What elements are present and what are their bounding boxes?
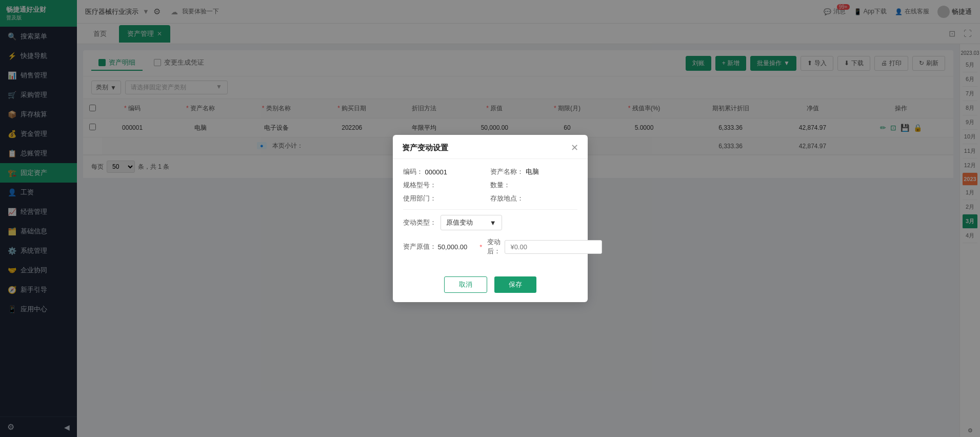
after-change-label: 变动后： — [487, 237, 501, 256]
modal-dept-row: 使用部门： — [403, 194, 490, 203]
modal-info-grid: 编码： 000001 资产名称： 电脑 规格型号： 数量： 使用部门： — [403, 167, 577, 203]
modal-title: 资产变动设置 — [402, 143, 448, 153]
change-type-dropdown-icon: ▼ — [490, 219, 496, 227]
change-type-select[interactable]: 原值变动 ▼ — [441, 215, 502, 230]
modal-name-row: 资产名称： 电脑 — [490, 167, 577, 176]
modal-cancel-btn[interactable]: 取消 — [444, 276, 487, 293]
required-mark: * — [479, 243, 482, 251]
modal-save-btn[interactable]: 保存 — [494, 276, 536, 293]
modal-quantity-row: 数量： — [490, 181, 577, 190]
modal-spec-row: 规格型号： — [403, 181, 490, 190]
original-label: 资产原值： — [403, 242, 434, 251]
after-change-input[interactable] — [505, 240, 602, 254]
modal-change-type-field: 变动类型： 原值变动 ▼ — [403, 215, 577, 230]
modal-original-field: 资产原值： 50,000.00 * 变动后： — [403, 237, 577, 256]
modal-location-row: 存放地点： — [490, 194, 577, 203]
modal-divider — [403, 209, 577, 210]
modal-footer: 取消 保存 — [393, 271, 588, 302]
original-value: 50,000.00 — [438, 243, 468, 251]
modal-code-row: 编码： 000001 — [403, 167, 490, 176]
modal-header: 资产变动设置 ✕ — [393, 135, 588, 159]
asset-change-modal: 资产变动设置 ✕ 编码： 000001 资产名称： 电脑 规格型号： 数量： — [393, 135, 588, 302]
change-type-label: 变动类型： — [403, 218, 436, 227]
modal-overlay: 资产变动设置 ✕ 编码： 000001 资产名称： 电脑 规格型号： 数量： — [0, 0, 980, 437]
modal-close-btn[interactable]: ✕ — [571, 142, 578, 153]
modal-body: 编码： 000001 资产名称： 电脑 规格型号： 数量： 使用部门： — [393, 159, 588, 271]
